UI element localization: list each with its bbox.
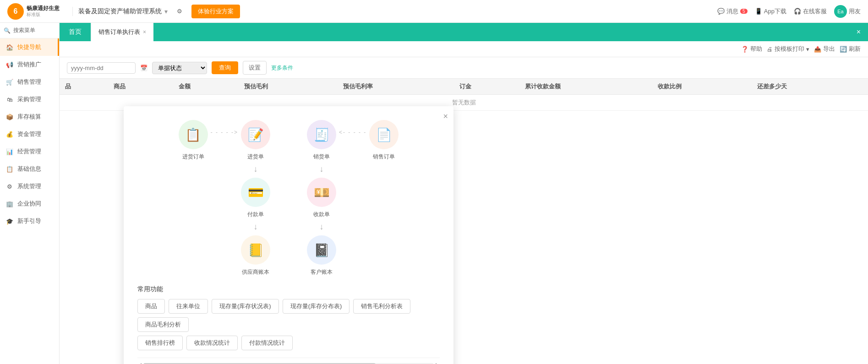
sidebar-item-sales[interactable]: 🛒 销售管理 <box>0 73 59 91</box>
func-btn-payment-stats[interactable]: 付款情况统计 <box>241 336 293 350</box>
customer-ledger-icon: 📓 <box>307 235 336 265</box>
operations-icon: 📊 <box>5 147 14 156</box>
logo-icon: 6 <box>7 3 24 20</box>
set-button[interactable]: 设置 <box>243 61 267 75</box>
query-button[interactable]: 查询 <box>212 61 238 74</box>
scroll-left-icon[interactable]: ◀ <box>137 362 142 364</box>
top-bar: 6 畅康通好生意 标准版 装备及固定资产辅助管理系统 ▾ ⚙ 体验行业方案 💬 … <box>0 0 868 23</box>
scroll-right-icon[interactable]: ▶ <box>436 362 440 364</box>
status-select[interactable]: 单据状态 <box>152 62 207 74</box>
tab-bar: 首页 销售订单执行表 × × <box>60 23 868 41</box>
sidebar-item-enterprise[interactable]: 🏢 企业协同 <box>0 195 59 212</box>
sidebar-item-system[interactable]: ⚙ 系统管理 <box>0 178 59 195</box>
sidebar-item-operations[interactable]: 📊 经营管理 <box>0 143 59 160</box>
flow-node-purchase-order: 📋 进货订单 <box>179 120 208 161</box>
modal: × 📋 进货订单 <box>124 106 453 364</box>
receipt-label: 收款单 <box>313 211 330 218</box>
sidebar-item-finance[interactable]: 💰 资金管理 <box>0 125 59 143</box>
sales-bill-icon: 🧾 <box>307 120 336 149</box>
sidebar-item-quick-nav[interactable]: 🏠 快捷导航 <box>0 38 59 56</box>
purchase-down-arrow: ↓ <box>254 164 258 174</box>
top-bar-right: 💬 消息 5 📱 App下载 🎧 在线客服 Ea 用友 <box>717 5 861 18</box>
supplier-ledger-label: 供应商账本 <box>242 268 269 276</box>
refresh-action[interactable]: 🔄 刷新 <box>840 45 861 53</box>
flow-node-sales-bill: 🧾 销货单 <box>307 120 336 161</box>
func-btn-stock-dist[interactable]: 现存量(库存分布表) <box>283 299 350 314</box>
common-functions: 常用功能 商品 往来单位 现存量(库存状况表) 现存量(库存分布表) 销售毛利分… <box>137 285 440 350</box>
modal-close-button[interactable]: × <box>443 112 448 121</box>
avatar: Ea <box>834 5 847 18</box>
online-service-action[interactable]: 🎧 在线客服 <box>794 7 827 16</box>
help-action[interactable]: ❓ 帮助 <box>741 45 762 53</box>
sales-down-arrow: ↓ <box>320 164 324 174</box>
content-header: ❓ 帮助 🖨 按模板打印 ▾ 📤 导出 🔄 刷新 <box>60 41 868 57</box>
func-btn-receipt-stats[interactable]: 收款情况统计 <box>186 336 238 350</box>
logo-text: 畅康通好生意 标准版 <box>27 5 60 17</box>
finance-icon: 💰 <box>5 130 14 138</box>
base-info-icon: 📋 <box>5 165 14 173</box>
func-btn-product-gross[interactable]: 商品毛利分析 <box>137 317 189 332</box>
sales-order-icon: 📄 <box>369 120 399 149</box>
calendar-icon: 📅 <box>140 65 147 71</box>
date-from-input[interactable] <box>67 62 136 74</box>
func-btn-product[interactable]: 商品 <box>137 299 165 314</box>
close-all-tabs-button[interactable]: × <box>857 28 861 36</box>
top-divider <box>72 7 73 16</box>
payment-down-arrow: ↓ <box>254 222 258 232</box>
brand-subtitle: 标准版 <box>27 12 60 17</box>
user-action[interactable]: Ea 用友 <box>834 5 861 18</box>
sidebar-item-base-info[interactable]: 📋 基础信息 <box>0 160 59 178</box>
enterprise-icon: 🏢 <box>5 200 14 208</box>
flow-node-supplier-ledger: 📒 供应商账本 <box>241 235 270 276</box>
service-icon: 🎧 <box>794 8 801 15</box>
tab-sales-order[interactable]: 销售订单执行表 × <box>91 23 153 41</box>
export-action[interactable]: 📤 导出 <box>814 45 835 53</box>
purchase-order-label: 进货订单 <box>182 153 204 161</box>
purchase-icon: 🛍 <box>5 95 14 103</box>
customer-ledger-label: 客户账本 <box>311 268 333 276</box>
chevron-down-icon[interactable]: ▾ <box>164 8 168 15</box>
flow-node-receipt: 💴 收款单 <box>307 178 336 218</box>
table-area: 品 商品 金额 预估毛利 预估毛利率 订金 累计收款金额 收款比例 还差多少天 <box>60 79 868 364</box>
search-menu[interactable]: 🔍 搜索菜单 <box>0 23 59 38</box>
flow-node-payment: 💳 付款单 <box>241 178 270 218</box>
func-btn-partner[interactable]: 往来单位 <box>169 299 208 314</box>
app-download-action[interactable]: 📱 App下载 <box>755 7 786 16</box>
sidebar-item-newbie[interactable]: 🎓 新手引导 <box>0 212 59 230</box>
more-conditions-link[interactable]: 更多条件 <box>271 64 293 72</box>
search-icon: 🔍 <box>4 27 11 34</box>
quick-nav-icon: 🏠 <box>5 43 14 51</box>
func-btn-sales-rank[interactable]: 销售排行榜 <box>137 336 183 350</box>
main-area: 🔍 搜索菜单 🏠 快捷导航 📢 营销推广 🛒 销售管理 🛍 采购管理 📦 <box>0 23 868 364</box>
sidebar-item-purchase[interactable]: 🛍 采购管理 <box>0 91 59 108</box>
message-badge: 5 <box>740 9 748 14</box>
payment-icon: 💳 <box>241 178 270 207</box>
help-icon: ❓ <box>741 46 748 53</box>
message-action[interactable]: 💬 消息 5 <box>717 7 748 16</box>
content-area: 首页 销售订单执行表 × × ❓ 帮助 <box>60 23 868 364</box>
logo-area: 6 畅康通好生意 标准版 <box>7 3 67 20</box>
header-actions: ❓ 帮助 🖨 按模板打印 ▾ 📤 导出 🔄 刷新 <box>741 45 861 53</box>
sidebar-item-marketing[interactable]: 📢 营销推广 <box>0 56 59 73</box>
modal-scrollbar: ◀ ▶ <box>137 358 440 364</box>
tab-close-icon[interactable]: × <box>143 29 146 35</box>
export-icon: 📤 <box>814 46 821 53</box>
common-functions-title: 常用功能 <box>137 285 440 293</box>
flow-node-purchase-bill: 📝 进货单 <box>241 120 270 161</box>
func-buttons-row1: 商品 往来单位 现存量(库存状况表) 现存量(库存分布表) 销售毛利分析表 商品… <box>137 299 440 332</box>
flow-node-customer-ledger: 📓 客户账本 <box>307 235 336 276</box>
func-btn-gross-analysis[interactable]: 销售毛利分析表 <box>353 299 410 314</box>
sidebar: 🔍 搜索菜单 🏠 快捷导航 📢 营销推广 🛒 销售管理 🛍 采购管理 📦 <box>0 23 60 364</box>
trial-button[interactable]: 体验行业方案 <box>191 5 240 18</box>
settings-icon[interactable]: ⚙ <box>173 5 186 18</box>
func-btn-stock-status[interactable]: 现存量(库存状况表) <box>212 299 279 314</box>
print-action[interactable]: 🖨 按模板打印 ▾ <box>767 45 809 53</box>
tab-home[interactable]: 首页 <box>60 23 91 41</box>
supplier-ledger-icon: 📒 <box>241 235 270 265</box>
inventory-icon: 📦 <box>5 113 14 121</box>
purchase-bill-label: 进货单 <box>247 153 264 161</box>
newbie-icon: 🎓 <box>5 217 14 225</box>
app-container: 6 畅康通好生意 标准版 装备及固定资产辅助管理系统 ▾ ⚙ 体验行业方案 💬 … <box>0 0 868 364</box>
sales-order-label: 销售订单 <box>373 153 395 161</box>
sidebar-item-inventory[interactable]: 📦 库存核算 <box>0 108 59 125</box>
